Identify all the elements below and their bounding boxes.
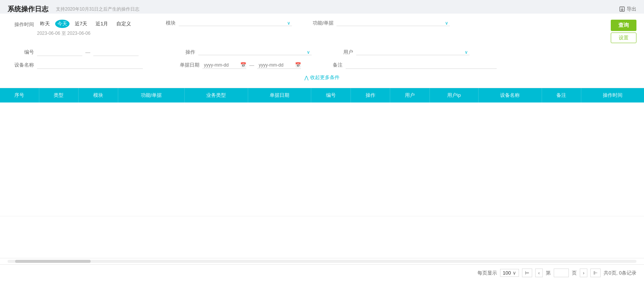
- module-value: [179, 22, 286, 24]
- function-select[interactable]: ∨: [337, 20, 450, 26]
- query-button[interactable]: 查询: [611, 20, 636, 31]
- last-page-button[interactable]: ⊩: [590, 269, 601, 277]
- scroll-area: [0, 258, 644, 264]
- page-size-label: 每页显示: [477, 270, 497, 276]
- time-btn-today[interactable]: 今天: [55, 20, 69, 28]
- page-container: 系统操作日志 支持2020年10月31日之后产生的操作日志 导出 操作时间 昨天: [0, 0, 644, 281]
- operation-filter: 操作 ∨: [169, 49, 312, 56]
- table-section: 序号类型模块功能/单据业务类型单据日期编号操作用户用户ip设备名称备注操作时间: [0, 88, 644, 258]
- number-filter: 编号 —: [8, 48, 139, 56]
- user-label: 用户: [327, 49, 353, 56]
- table-header-cell: 设备名称: [478, 88, 542, 102]
- collapse-chevron-icon: ⋀: [304, 75, 309, 81]
- remark-input[interactable]: [346, 61, 497, 69]
- docdate-sep: —: [249, 62, 254, 68]
- remark-filter: 备注: [316, 61, 497, 69]
- table-header-cell: 用户: [390, 88, 429, 102]
- table-header-cell: 序号: [0, 88, 39, 102]
- module-label: 模块: [149, 20, 176, 26]
- calendar-to-icon[interactable]: 📅: [295, 62, 301, 68]
- calendar-from-icon[interactable]: 📅: [240, 62, 246, 68]
- header-bar: 系统操作日志 支持2020年10月31日之后产生的操作日志 导出: [0, 0, 644, 14]
- table-header-cell: 业务类型: [185, 88, 248, 102]
- table-body: [0, 102, 644, 216]
- total-info: 共0页, 0条记录: [604, 270, 636, 276]
- device-filter: 设备名称: [8, 61, 143, 69]
- page-size-value: 100: [503, 270, 511, 276]
- page-subtitle: 支持2020年10月31日之后产生的操作日志: [56, 6, 139, 12]
- filter-panel: 操作时间 昨天 今天 近7天 近1月 自定义 2023-06-06 至 2023…: [0, 14, 644, 88]
- export-icon: [619, 6, 625, 12]
- prev-page-button[interactable]: ‹: [535, 269, 543, 277]
- number-to-input[interactable]: [93, 48, 139, 56]
- docdate-from-wrapper: 📅: [202, 62, 246, 69]
- collapse-button[interactable]: ⋀ 收起更多条件: [304, 74, 340, 81]
- operation-select[interactable]: ∨: [198, 50, 312, 55]
- export-label: 导出: [627, 6, 636, 12]
- operation-value: [198, 51, 305, 53]
- time-btn-7days[interactable]: 近7天: [72, 20, 90, 28]
- user-value: [356, 51, 463, 53]
- export-button[interactable]: 导出: [619, 6, 636, 12]
- table-header-cell: 类型: [39, 88, 78, 102]
- function-value: [337, 22, 443, 24]
- data-table: 序号类型模块功能/单据业务类型单据日期编号操作用户用户ip设备名称备注操作时间: [0, 88, 644, 216]
- page-size-arrow-icon: ∨: [513, 270, 516, 276]
- page-unit-label: 页: [572, 270, 577, 276]
- time-btn-1month[interactable]: 近1月: [93, 20, 111, 28]
- time-range-display: 2023-06-06 至 2023-06-06: [37, 30, 134, 37]
- pagination-bar: 每页显示 100 ∨ ⊨ ‹ 第 1 页 › ⊩ 共0页, 0条记录: [0, 264, 644, 281]
- table-header-row: 序号类型模块功能/单据业务类型单据日期编号操作用户用户ip设备名称备注操作时间: [0, 88, 644, 102]
- operation-label: 操作: [169, 49, 195, 56]
- row3-filters: 设备名称 单据日期 📅 — 📅 备注: [8, 61, 636, 69]
- action-buttons: 查询 设置: [611, 20, 636, 43]
- time-btn-custom[interactable]: 自定义: [113, 20, 134, 28]
- docdate-to-input[interactable]: [257, 62, 295, 68]
- device-label: 设备名称: [8, 62, 34, 68]
- current-page-input[interactable]: 1: [554, 269, 569, 277]
- docdate-to-wrapper: 📅: [257, 62, 301, 69]
- row2-filters: 编号 — 操作 ∨ 用户 ∨: [8, 48, 636, 56]
- docdate-from-input[interactable]: [202, 62, 240, 68]
- number-sep: —: [85, 50, 90, 55]
- page-current-label: 第: [546, 270, 551, 276]
- first-page-button[interactable]: ⊨: [522, 269, 532, 277]
- time-options: 昨天 今天 近7天 近1月 自定义 2023-06-06 至 2023-06-0…: [37, 20, 134, 37]
- operation-arrow-icon: ∨: [305, 50, 312, 55]
- settings-button[interactable]: 设置: [611, 33, 636, 43]
- page-title: 系统操作日志: [8, 5, 48, 14]
- number-label: 编号: [8, 49, 34, 56]
- table-header-cell: 单据日期: [248, 88, 311, 102]
- table-header-cell: 操作: [351, 88, 390, 102]
- module-filter: 模块 ∨: [149, 20, 292, 26]
- remark-label: 备注: [316, 62, 343, 68]
- user-select[interactable]: ∨: [356, 50, 469, 55]
- table-header: 序号类型模块功能/单据业务类型单据日期编号操作用户用户ip设备名称备注操作时间: [0, 88, 644, 102]
- time-label: 操作时间: [8, 21, 34, 28]
- module-select[interactable]: ∨: [179, 20, 292, 26]
- table-header-cell: 编号: [311, 88, 351, 102]
- table-header-cell: 用户ip: [429, 88, 478, 102]
- user-arrow-icon: ∨: [463, 50, 469, 55]
- docdate-filter: 单据日期 📅 — 📅: [173, 62, 301, 69]
- user-filter: 用户 ∨: [327, 49, 469, 56]
- empty-cell: [0, 102, 644, 216]
- number-from-input[interactable]: [37, 48, 82, 56]
- function-arrow-icon: ∨: [443, 20, 450, 26]
- time-filter: 操作时间 昨天 今天 近7天 近1月 自定义 2023-06-06 至 2023…: [8, 20, 134, 37]
- time-btn-yesterday[interactable]: 昨天: [37, 20, 53, 28]
- empty-row: [0, 102, 644, 216]
- collapse-label: 收起更多条件: [310, 74, 340, 81]
- function-filter: 功能/单据 ∨: [307, 20, 450, 26]
- collapse-row: ⋀ 收起更多条件: [8, 73, 636, 84]
- device-input[interactable]: [37, 61, 143, 69]
- function-label: 功能/单据: [307, 20, 334, 26]
- table-header-cell: 功能/单据: [118, 88, 184, 102]
- next-page-button[interactable]: ›: [580, 269, 587, 277]
- scroll-track: [8, 260, 636, 263]
- page-size-select[interactable]: 100 ∨: [500, 269, 519, 277]
- table-header-cell: 操作时间: [581, 88, 644, 102]
- module-arrow-icon: ∨: [286, 20, 292, 26]
- time-buttons: 昨天 今天 近7天 近1月 自定义: [37, 20, 134, 28]
- scroll-thumb[interactable]: [15, 260, 91, 263]
